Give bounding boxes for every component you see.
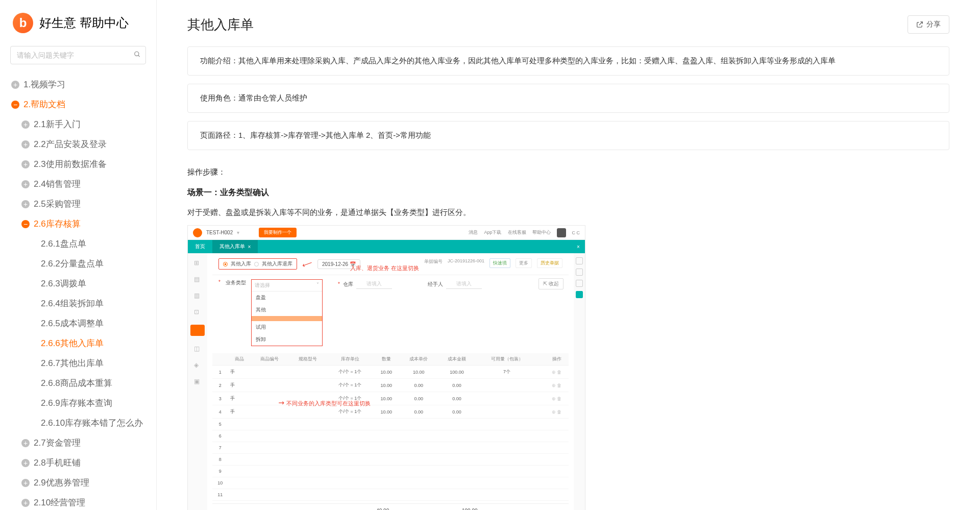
page-header: 其他入库单 分享	[187, 15, 949, 34]
expand-icon	[21, 439, 30, 447]
role-text: 通常由仓管人员维护	[238, 93, 307, 102]
intro-text: 其他入库单用来处理除采购入库、产成品入库之外的其他入库业务，因此其他入库单可处理…	[238, 56, 836, 65]
rail-icon-active	[190, 325, 205, 336]
shot-top-btn: 我要制作一个	[259, 228, 297, 237]
path-label: 页面路径：	[200, 131, 238, 139]
expand-icon	[21, 200, 30, 208]
expand-icon	[21, 180, 30, 188]
nav-2-8[interactable]: 2.8手机旺铺	[10, 453, 146, 473]
rail-icon: ▣	[194, 378, 201, 385]
nav-2-9[interactable]: 2.9优惠券管理	[10, 473, 146, 493]
rail-icon: ▥	[194, 292, 201, 299]
expand-icon	[21, 140, 30, 149]
shot-topbar: TEST-H002 ▾ 我要制作一个 消息 App下载 在线客服 帮助中心 C …	[188, 226, 585, 240]
info-path: 页面路径：1、库存核算->库存管理->其他入库单 2、首页->常用功能	[187, 121, 949, 150]
expand-icon	[21, 479, 30, 487]
sidebar: b 好生意 帮助中心 1.视频学习 2.帮助文档 2.1新手入门 2.2产品安装…	[0, 0, 157, 510]
info-role: 使用角色：通常由仓管人员维护	[187, 84, 949, 113]
shot-code: TEST-H002	[206, 230, 233, 235]
collapse-icon	[11, 101, 19, 109]
shot-tr-1: App下载	[484, 229, 501, 236]
steps-label: 操作步骤：	[187, 167, 949, 177]
nav-2-6-9[interactable]: 2.6.9库存账本查询	[10, 393, 146, 413]
shot-meta-right: 单据编号 JC-20191226-001 快速填 更多 历史单据	[424, 258, 562, 268]
rail-icon: ▤	[194, 276, 201, 283]
nav-2-6[interactable]: 2.6库存核算	[10, 214, 146, 234]
expand-icon	[21, 459, 30, 467]
role-label: 使用角色：	[200, 93, 238, 102]
table-footer: 40.00 100.00	[212, 503, 569, 510]
shot-tabs: 首页 其他入库单 × ×	[188, 240, 585, 253]
avatar-icon	[557, 228, 566, 237]
nav-2-7[interactable]: 2.7资金管理	[10, 433, 146, 453]
nav-2-6-10[interactable]: 2.6.10库存账本错了怎么办	[10, 413, 146, 433]
annotation-1: 入库、退货业务 在这里切换	[350, 264, 419, 272]
shot-left-rail: ⊞ ▤ ▥ ⊡ ◫ ◈ ▣	[188, 253, 207, 510]
shot-tr-4: C C	[572, 230, 580, 235]
shot-tab-home: 首页	[188, 240, 212, 253]
shot-tr-0: 消息	[469, 229, 478, 236]
rail-icon: ◫	[194, 345, 201, 352]
nav-2-6-4[interactable]: 2.6.4组装拆卸单	[10, 294, 146, 313]
annotation-2: ↗ 不同业务的入库类型可在这里切换	[279, 399, 371, 407]
type-toggle-box: 其他入库 其他入库退库	[218, 258, 297, 270]
steps-block: 操作步骤： 场景一：业务类型确认 对于受赠、盘盈或是拆装入库等不同的业务，是通过…	[187, 158, 949, 510]
rail-icon: ◈	[194, 361, 201, 369]
rail-icon: ⊡	[194, 308, 201, 315]
logo-text: 好生意 帮助中心	[39, 15, 129, 31]
shot-filter-row: *业务类型 请选择˅ 盘盈 其他 试用 拆卸 *仓库	[212, 275, 569, 350]
radio-on-icon	[223, 262, 228, 266]
logo-icon: b	[13, 13, 33, 33]
nav-2-6-7[interactable]: 2.6.7其他出库单	[10, 353, 146, 373]
svg-point-0	[135, 52, 139, 56]
rail-icon	[576, 269, 583, 276]
biz-label: 业务类型	[226, 279, 246, 286]
svg-line-1	[138, 55, 140, 57]
expand-icon	[21, 160, 30, 168]
shot-header-row: 其他入库 其他入库退库 ⟵ 2019-12-26 📅 入库、退货业务 在这里切换…	[212, 253, 569, 275]
rail-icon	[576, 280, 583, 287]
expand-icon	[21, 120, 30, 129]
page-title: 其他入库单	[187, 16, 254, 34]
shot-logo-icon	[193, 228, 202, 237]
nav-2-3[interactable]: 2.3使用前数据准备	[10, 154, 146, 174]
shot-tab-current: 其他入库单 ×	[212, 240, 258, 253]
logo: b 好生意 帮助中心	[10, 13, 146, 33]
arrow-icon: ⟵	[301, 258, 313, 270]
nav-video-learning[interactable]: 1.视频学习	[10, 75, 146, 94]
shot-right-rail	[574, 253, 585, 510]
radio-off-icon	[254, 262, 259, 266]
info-intro: 功能介绍：其他入库单用来处理除采购入库、产成品入库之外的其他入库业务，因此其他入…	[187, 46, 949, 76]
content: 其他入库单 分享 功能介绍：其他入库单用来处理除采购入库、产成品入库之外的其他入…	[157, 0, 980, 510]
nav-2-2[interactable]: 2.2产品安装及登录	[10, 134, 146, 154]
path-text: 1、库存核算->库存管理->其他入库单 2、首页->常用功能	[238, 131, 431, 139]
collapse-icon	[21, 220, 30, 228]
scenario-1-text: 对于受赠、盘盈或是拆装入库等不同的业务，是通过单据头【业务类型】进行区分。	[187, 205, 949, 219]
scenario-1-title: 场景一：业务类型确认	[187, 187, 949, 198]
search-icon[interactable]	[134, 51, 141, 60]
nav-2-6-5[interactable]: 2.6.5成本调整单	[10, 313, 146, 333]
shot-table: 商品商品编号规格型号库存单位数量成本单价成本金额可用量（包装）操作 1手个/个 …	[212, 353, 569, 501]
nav-2-6-2[interactable]: 2.6.2分量盘点单	[10, 254, 146, 274]
nav-help-docs[interactable]: 2.帮助文档	[10, 94, 146, 114]
collapse-btn: ⇱ 收起	[538, 278, 564, 289]
search-input[interactable]	[10, 46, 146, 64]
nav-2-4[interactable]: 2.4销售管理	[10, 174, 146, 194]
nav-2-1[interactable]: 2.1新手入门	[10, 114, 146, 134]
intro-label: 功能介绍：	[200, 56, 238, 65]
nav-2-6-1[interactable]: 2.6.1盘点单	[10, 234, 146, 254]
nav-2-6-6[interactable]: 2.6.6其他入库单	[10, 333, 146, 353]
nav-2-6-8[interactable]: 2.6.8商品成本重算	[10, 373, 146, 393]
expand-icon	[11, 81, 19, 89]
nav-2-6-3[interactable]: 2.6.3调拨单	[10, 274, 146, 294]
shot-tabs-close-icon: ×	[572, 240, 585, 253]
nav-2-5[interactable]: 2.5采购管理	[10, 194, 146, 214]
app-screenshot: TEST-H002 ▾ 我要制作一个 消息 App下载 在线客服 帮助中心 C …	[187, 225, 585, 510]
shot-tr-2: 在线客服	[508, 229, 526, 236]
biz-dropdown: 请选择˅ 盘盈 其他 试用 拆卸	[251, 279, 323, 346]
nav-tree: 1.视频学习 2.帮助文档 2.1新手入门 2.2产品安装及登录 2.3使用前数…	[10, 75, 146, 510]
nav-2-10[interactable]: 2.10经营管理	[10, 493, 146, 510]
share-button[interactable]: 分享	[908, 15, 949, 34]
shot-tr-3: 帮助中心	[532, 229, 551, 236]
expand-icon	[21, 499, 30, 507]
